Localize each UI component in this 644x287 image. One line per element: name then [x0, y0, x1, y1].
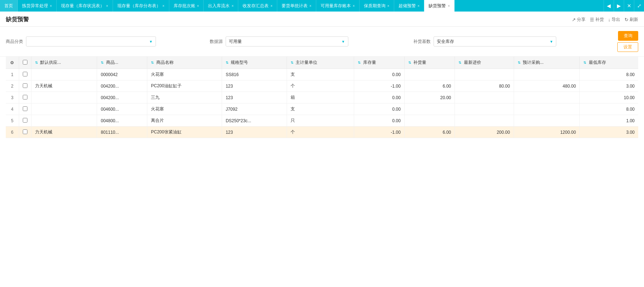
- col-goods-code: ⇅ 商品...: [97, 57, 147, 69]
- tab-current-stock-status[interactable]: 现存量（库存状况表） ×: [57, 0, 113, 12]
- row-supplier: [31, 103, 97, 115]
- data-table: ⚙ ⇅ 默认供应... ⇅ 商品... ⇅ 商品名称: [6, 57, 638, 138]
- gear-icon[interactable]: ⚙: [10, 60, 14, 65]
- tab-close-icon[interactable]: ×: [106, 4, 108, 8]
- row-goods-code: 004200...: [97, 92, 147, 103]
- nav-expand-button[interactable]: ⤢: [634, 0, 644, 12]
- row-num: 5: [6, 115, 19, 127]
- table-body: 1 0000042 火花塞 SS816 支 0.00 8.00 2 力天机械 0…: [6, 69, 638, 138]
- table-row[interactable]: 6 力天机械 801110... PC200张紧油缸 123 个 -1.00 6…: [6, 127, 638, 138]
- export-button[interactable]: ↓ 导出: [608, 17, 621, 23]
- share-button[interactable]: ↗ 分享: [572, 17, 586, 23]
- row-latest-price: [455, 69, 514, 80]
- row-checkbox[interactable]: [19, 127, 31, 138]
- sort-icon: ⇅: [101, 61, 104, 65]
- export-icon: ↓: [608, 17, 611, 22]
- row-min-stock: 8.00: [580, 69, 638, 80]
- table-container: ⚙ ⇅ 默认供应... ⇅ 商品... ⇅ 商品名称: [0, 57, 644, 138]
- tab-close-icon[interactable]: ×: [231, 4, 234, 8]
- sort-icon: ⇅: [226, 61, 229, 65]
- sort-icon: ⇅: [458, 61, 461, 65]
- replenish-base-label: 补货基数: [413, 39, 431, 45]
- row-unit: 支: [287, 103, 354, 115]
- col-supplier: ⇅ 默认供应...: [31, 57, 97, 69]
- tab-close-icon[interactable]: ×: [353, 4, 355, 8]
- tab-close-icon[interactable]: ×: [309, 4, 312, 8]
- data-source-select[interactable]: 可用量 ▼: [226, 36, 348, 47]
- tab-close-icon[interactable]: ×: [162, 4, 165, 8]
- row-checkbox[interactable]: [19, 69, 31, 80]
- row-goods-name: PC200张紧油缸: [147, 127, 222, 138]
- data-source-label: 数据源: [210, 39, 223, 45]
- col-latest-price: ⇅ 最新进价: [455, 57, 514, 69]
- row-goods-code: 004800...: [97, 115, 147, 127]
- row-goods-code: 801110...: [97, 127, 147, 138]
- table-row[interactable]: 2 力天机械 004200... PC200油缸缸子 123 个 -1.00 6…: [6, 80, 638, 92]
- header-actions: ↗ 分享 ☰ 补货 ↓ 导出 ↻ 刷新: [572, 17, 639, 23]
- row-unit: 只: [287, 115, 354, 127]
- row-checkbox[interactable]: [19, 103, 31, 115]
- col-spec: ⇅ 规格型号: [222, 57, 287, 69]
- row-checkbox[interactable]: [19, 80, 31, 92]
- row-stock: -1.00: [354, 127, 405, 138]
- table-row[interactable]: 4 004600... 火花塞 J7092 支 0.00 8.00: [6, 103, 638, 115]
- col-unit: ⇅ 主计量单位: [287, 57, 354, 69]
- page-header: 缺货预警 ↗ 分享 ☰ 补货 ↓ 导出 ↻ 刷新: [0, 12, 644, 27]
- tab-picking-exception[interactable]: 拣货异常处理 ×: [18, 0, 57, 12]
- row-estimated: 480.00: [514, 80, 580, 92]
- row-supplier: 力天机械: [31, 127, 97, 138]
- tab-current-stock-dist[interactable]: 现存量（库存分布表） ×: [113, 0, 169, 12]
- row-estimated: [514, 103, 580, 115]
- nav-next-button[interactable]: ▶: [614, 0, 624, 12]
- row-estimated: [514, 92, 580, 103]
- tab-receive-send-summary[interactable]: 收发存汇总表 ×: [238, 0, 277, 12]
- nav-close-button[interactable]: ✕: [624, 0, 634, 12]
- nav-controls: ◀ ▶ ✕ ⤢: [604, 0, 644, 12]
- row-spec: 123: [222, 80, 287, 92]
- table-row[interactable]: 1 0000042 火花塞 SS816 支 0.00 8.00: [6, 69, 638, 80]
- tab-available-ledger[interactable]: 可用量库存账本 ×: [316, 0, 360, 12]
- tab-overstock-warning[interactable]: 超储预警 ×: [394, 0, 425, 12]
- row-supplier: [31, 69, 97, 80]
- row-checkbox[interactable]: [19, 115, 31, 127]
- tab-close-icon[interactable]: ×: [418, 4, 420, 8]
- tab-batch-account[interactable]: 库存批次账 ×: [169, 0, 204, 12]
- row-goods-code: 0000042: [97, 69, 147, 80]
- row-supplier: 力天机械: [31, 80, 97, 92]
- sort-icon: ⇅: [583, 61, 586, 65]
- tab-home[interactable]: 首页: [0, 0, 18, 12]
- table-row[interactable]: 5 004800... 离合片 DS250*23c... 只 0.00 1.00: [6, 115, 638, 127]
- row-latest-price: [455, 103, 514, 115]
- tab-order-stat[interactable]: 要货单统计表 ×: [277, 0, 316, 12]
- tab-in-out-flow[interactable]: 出入库流水 ×: [204, 0, 238, 12]
- row-min-stock: 3.00: [580, 127, 638, 138]
- commodity-class-select[interactable]: ▼: [26, 36, 156, 47]
- tab-close-icon[interactable]: ×: [448, 4, 450, 8]
- nav-prev-button[interactable]: ◀: [604, 0, 614, 12]
- tab-shortage-warning[interactable]: 缺货预警 ×: [424, 0, 454, 12]
- tab-expiry-query[interactable]: 保质期查询 ×: [360, 0, 394, 12]
- select-all-checkbox[interactable]: [23, 60, 27, 65]
- row-replenish: [404, 69, 455, 80]
- tab-close-icon[interactable]: ×: [50, 4, 52, 8]
- col-gear: ⚙: [6, 57, 19, 69]
- row-replenish: [404, 115, 455, 127]
- settings-button[interactable]: 设置: [617, 42, 638, 52]
- tab-close-icon[interactable]: ×: [197, 4, 199, 8]
- row-latest-price: 80.00: [455, 80, 514, 92]
- table-row[interactable]: 3 004200... 三九 123 箱 0.00 20.00 10.00: [6, 92, 638, 103]
- refresh-button[interactable]: ↻ 刷新: [625, 17, 638, 23]
- row-stock: 0.00: [354, 115, 405, 127]
- row-goods-code: 004200...: [97, 80, 147, 92]
- tab-close-icon[interactable]: ×: [387, 4, 390, 8]
- tab-close-icon[interactable]: ×: [270, 4, 273, 8]
- replenish-button[interactable]: ☰ 补货: [590, 17, 604, 23]
- row-min-stock: 10.00: [580, 92, 638, 103]
- row-min-stock: 3.00: [580, 80, 638, 92]
- row-estimated: [514, 69, 580, 80]
- row-checkbox[interactable]: [19, 92, 31, 103]
- query-button[interactable]: 查询: [618, 31, 638, 41]
- replenish-base-select[interactable]: 安全库存 ▼: [434, 36, 556, 47]
- row-min-stock: 1.00: [580, 115, 638, 127]
- filter-group-replenish-base: 补货基数 安全库存 ▼: [413, 36, 612, 47]
